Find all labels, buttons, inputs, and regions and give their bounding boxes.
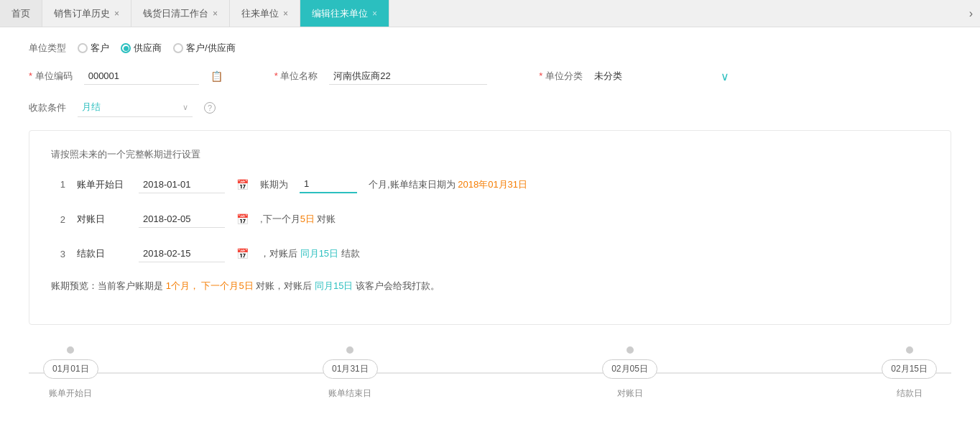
timeline-label-0: 账单开始日 <box>49 387 92 400</box>
settings-row-1: 1 账单开始日 📅 账期为 个月,账单结束日期为 2018年01月31日 <box>51 175 929 193</box>
timeline-node-1: 01月31日 账单结束日 <box>323 346 378 400</box>
row-3-num: 3 <box>51 249 65 259</box>
unit-type-row: 单位类型 客户 供应商 客户/供应商 <box>29 42 951 55</box>
timeline-dot-0 <box>67 346 74 354</box>
unit-classify-chevron-icon[interactable]: ∨ <box>721 70 729 83</box>
timeline-chip-3: 02月15日 <box>882 359 937 379</box>
timeline-label-3: 结款日 <box>897 387 923 400</box>
row-3-label: 结款日 <box>77 247 127 260</box>
tab-home[interactable]: 首页 <box>0 0 42 27</box>
tab-scroll-arrow[interactable]: › <box>962 0 980 27</box>
payment-condition-row: 收款条件 月结 ∨ ? <box>29 98 951 117</box>
row-1-calendar-icon[interactable]: 📅 <box>236 179 249 190</box>
unit-fields-row: 单位编码 📋 单位名称 单位分类 未分类 ∨ <box>29 68 951 85</box>
unit-type-label: 单位类型 <box>29 42 66 55</box>
radio-circle-supplier <box>121 43 131 53</box>
row-2-desc: ,下一个月5日 对账 <box>260 213 336 226</box>
payment-help-icon[interactable]: ? <box>204 102 216 114</box>
tab-edit-counterpart[interactable]: 编辑往来单位 × <box>300 0 389 27</box>
radio-circle-customer-supplier <box>173 43 183 53</box>
tab-close-edit-counterpart[interactable]: × <box>372 9 377 19</box>
tab-close-cash-work[interactable]: × <box>213 9 218 19</box>
timeline-label-2: 对账日 <box>617 387 643 400</box>
row-1-highlight-date: 2018年01月31日 <box>458 179 527 190</box>
tab-close-counterpart[interactable]: × <box>283 9 288 19</box>
unit-name-input[interactable] <box>329 68 487 85</box>
radio-supplier[interactable]: 供应商 <box>121 42 162 55</box>
row-2-date-input[interactable] <box>139 211 225 228</box>
row-2-calendar-icon[interactable]: 📅 <box>236 213 249 225</box>
row-2-highlight: 5日 <box>300 213 315 224</box>
timeline-label-1: 账单结束日 <box>328 387 371 400</box>
preview-section: 账期预览：当前客户账期是 1个月， 下一个月5日 对账，对账后 同月15日 该客… <box>51 280 929 293</box>
timeline: 01月01日 账单开始日 01月31日 账单结束日 02月05日 对账日 02月… <box>29 346 951 400</box>
row-1-desc-suffix: 个月,账单结束日期为 2018年01月31日 <box>369 178 527 191</box>
radio-customer-supplier[interactable]: 客户/供应商 <box>173 42 236 55</box>
preview-part3: 同月15日 <box>315 280 353 291</box>
unit-type-radio-group: 客户 供应商 客户/供应商 <box>78 42 236 55</box>
timeline-node-2: 02月05日 对账日 <box>602 346 657 400</box>
preview-text: 账期预览：当前客户账期是 1个月， 下一个月5日 对账，对账后 同月15日 该客… <box>51 280 929 293</box>
timeline-nodes: 01月01日 账单开始日 01月31日 账单结束日 02月05日 对账日 02月… <box>43 346 937 400</box>
tab-counterpart[interactable]: 往来单位 × <box>230 0 300 27</box>
main-content: 单位类型 客户 供应商 客户/供应商 单位编码 📋 单位名称 单位分类 <box>0 27 980 437</box>
timeline-chip-0: 01月01日 <box>43 359 98 379</box>
radio-circle-customer <box>78 43 88 53</box>
row-3-calendar-icon[interactable]: 📅 <box>236 248 249 259</box>
tab-close-sales-history[interactable]: × <box>114 9 119 19</box>
row-1-date-input[interactable] <box>139 176 225 193</box>
payment-condition-select[interactable]: 月结 ∨ <box>78 98 193 117</box>
unit-code-calendar-icon[interactable]: 📋 <box>211 70 223 82</box>
settings-row-2: 2 对账日 📅 ,下一个月5日 对账 <box>51 211 929 228</box>
row-1-num: 1 <box>51 179 65 190</box>
timeline-chip-1: 01月31日 <box>323 359 378 379</box>
timeline-dot-2 <box>627 346 634 354</box>
preview-part1: 1个月， <box>166 280 199 291</box>
row-3-date-input[interactable] <box>139 245 225 262</box>
preview-part2: 下一个月5日 <box>201 280 253 291</box>
unit-classify-value: 未分类 <box>594 70 709 83</box>
settings-table: 1 账单开始日 📅 账期为 个月,账单结束日期为 2018年01月31日 2 对… <box>51 175 929 262</box>
settings-row-3: 3 结款日 📅 ，对账后 同月15日 结款 <box>51 245 929 262</box>
timeline-node-0: 01月01日 账单开始日 <box>43 346 98 400</box>
row-3-highlight: 同月15日 <box>300 248 338 259</box>
unit-code-label: 单位编码 <box>29 70 73 83</box>
unit-code-input[interactable] <box>84 68 199 85</box>
payment-condition-value: 月结 <box>82 101 182 114</box>
tab-cash-work[interactable]: 钱货日清工作台 × <box>131 0 230 27</box>
card-title: 请按照未来的一个完整帐期进行设置 <box>51 148 929 161</box>
tab-bar: 首页 销售订单历史 × 钱货日清工作台 × 往来单位 × 编辑往来单位 × › <box>0 0 980 27</box>
row-1-label: 账单开始日 <box>77 178 127 191</box>
period-input[interactable] <box>300 175 357 193</box>
timeline-node-3: 02月15日 结款日 <box>882 346 937 400</box>
row-2-num: 2 <box>51 214 65 225</box>
tab-sales-history[interactable]: 销售订单历史 × <box>42 0 131 27</box>
payment-condition-chevron-icon: ∨ <box>182 103 188 112</box>
timeline-dot-3 <box>906 346 913 354</box>
unit-name-label: 单位名称 <box>274 70 318 83</box>
timeline-chip-2: 02月05日 <box>602 359 657 379</box>
payment-condition-label: 收款条件 <box>29 101 66 114</box>
row-2-label: 对账日 <box>77 213 127 226</box>
settings-card: 请按照未来的一个完整帐期进行设置 1 账单开始日 📅 账期为 个月,账单结束日期… <box>29 130 951 325</box>
unit-classify-label: 单位分类 <box>539 70 583 83</box>
row-1-desc-prefix: 账期为 <box>260 178 288 191</box>
radio-customer[interactable]: 客户 <box>78 42 109 55</box>
unit-classify-select[interactable]: 未分类 <box>594 70 709 83</box>
timeline-dot-1 <box>346 346 353 354</box>
row-3-desc: ，对账后 同月15日 结款 <box>260 247 360 260</box>
